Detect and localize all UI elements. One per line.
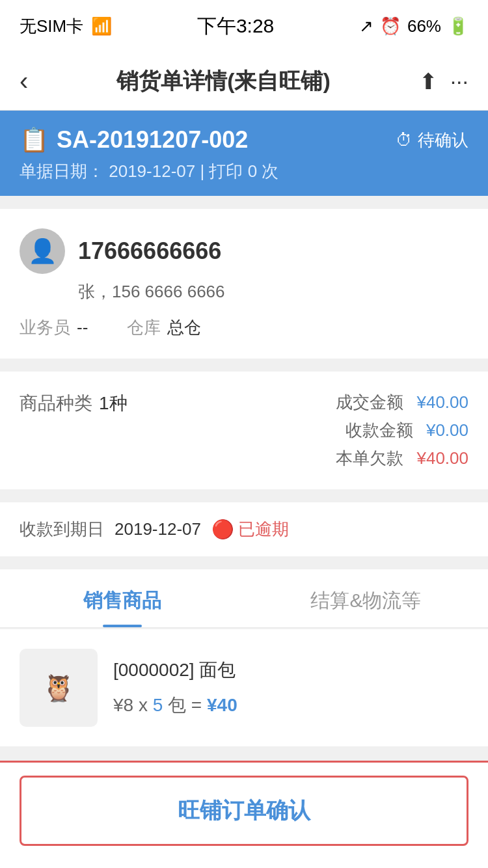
due-label: 收款到期日 bbox=[20, 518, 104, 541]
wifi-icon: 📶 bbox=[91, 16, 112, 36]
bottom-bar: 旺铺订单确认 bbox=[0, 761, 488, 868]
customer-section: 👤 17666666666 张，156 6666 6666 业务员 -- 仓库 … bbox=[0, 209, 488, 359]
unit-price: ¥8 bbox=[113, 695, 133, 715]
debt-amount-row: 本单欠款 ¥40.00 bbox=[336, 447, 468, 470]
product-thumb-icon: 🦉 bbox=[42, 673, 75, 703]
total-value: 40 bbox=[217, 695, 237, 715]
order-id-text: SA-20191207-002 bbox=[57, 126, 248, 154]
tab-sales-label: 销售商品 bbox=[83, 590, 161, 611]
warehouse-value: 总仓 bbox=[167, 316, 201, 339]
carrier-label: 无SIM卡 bbox=[20, 15, 83, 38]
page-title: 销货单详情(来自旺铺) bbox=[28, 66, 418, 96]
debt-value: ¥40.00 bbox=[416, 448, 468, 468]
deal-value: ¥40.00 bbox=[416, 392, 468, 413]
category-info: 商品种类 1种 bbox=[20, 391, 128, 416]
share-icon[interactable]: ⬆ bbox=[419, 68, 437, 94]
tab-settlement[interactable]: 结算&物流等 bbox=[244, 569, 488, 627]
battery-icon: 🔋 bbox=[448, 16, 468, 36]
receipt-label: 收款金额 bbox=[346, 419, 413, 442]
overdue-icon: 🔴 bbox=[211, 519, 234, 540]
sales-meta: 业务员 -- bbox=[20, 316, 88, 339]
receipt-value: ¥0.00 bbox=[426, 420, 468, 441]
multiply-sign: x bbox=[139, 695, 148, 715]
status-bar: 无SIM卡 📶 下午3:28 ↗ ⏰ 66% 🔋 bbox=[0, 0, 488, 52]
tab-sales-products[interactable]: 销售商品 bbox=[0, 569, 244, 627]
back-button[interactable]: ‹ bbox=[20, 66, 28, 96]
print-suffix: 次 bbox=[262, 161, 278, 181]
order-icon: 📋 bbox=[20, 126, 49, 154]
status-left: 无SIM卡 📶 bbox=[20, 15, 112, 38]
banner-top-row: 📋 SA-20191207-002 ⏱ 待确认 bbox=[20, 126, 468, 154]
warehouse-label: 仓库 bbox=[127, 316, 161, 339]
deal-label: 成交金额 bbox=[336, 391, 403, 414]
equals-sign: = bbox=[191, 695, 202, 715]
product-qty: 5 bbox=[153, 695, 163, 715]
product-info: [0000002] 面包 ¥8 x 5 包 = ¥40 bbox=[113, 658, 468, 718]
status-text: 待确认 bbox=[418, 129, 468, 152]
status-right: ↗ ⏰ 66% 🔋 bbox=[359, 16, 468, 36]
customer-phone: 17666666666 bbox=[78, 237, 221, 265]
product-title: 面包 bbox=[199, 660, 236, 680]
amount-info: 成交金额 ¥40.00 收款金额 ¥0.00 本单欠款 ¥40.00 bbox=[336, 391, 468, 470]
more-icon[interactable]: ··· bbox=[450, 68, 468, 94]
customer-meta: 业务员 -- 仓库 总仓 bbox=[20, 316, 468, 339]
confirm-order-button[interactable]: 旺铺订单确认 bbox=[20, 776, 468, 846]
status-time: 下午3:28 bbox=[197, 13, 274, 40]
product-name: [0000002] 面包 bbox=[113, 658, 468, 683]
category-label: 商品种类 bbox=[20, 391, 92, 416]
unit-label: 包 bbox=[168, 695, 186, 715]
due-date-section: 收款到期日 2019-12-07 🔴 已逾期 bbox=[0, 502, 488, 556]
alarm-icon: ⏰ bbox=[380, 16, 401, 36]
order-header-banner: 📋 SA-20191207-002 ⏱ 待确认 单据日期： 2019-12-07… bbox=[0, 111, 488, 196]
receipt-amount-row: 收款金额 ¥0.00 bbox=[336, 419, 468, 442]
customer-name: 张，156 6666 6666 bbox=[78, 280, 468, 303]
print-label: | 打印 bbox=[200, 161, 243, 181]
location-icon: ↗ bbox=[359, 16, 373, 36]
category-value: 1种 bbox=[99, 391, 128, 416]
product-thumbnail: 🦉 bbox=[20, 649, 98, 727]
product-total: ¥40 bbox=[207, 695, 237, 715]
customer-row: 👤 17666666666 bbox=[20, 228, 468, 274]
sales-value: -- bbox=[77, 318, 88, 338]
date-label: 单据日期： bbox=[20, 161, 104, 181]
nav-bar: ‹ 销货单详情(来自旺铺) ⬆ ··· bbox=[0, 52, 488, 111]
order-status: ⏱ 待确认 bbox=[396, 129, 468, 152]
due-date-value: 2019-12-07 bbox=[115, 519, 201, 539]
order-id: 📋 SA-20191207-002 bbox=[20, 126, 248, 154]
tab-settlement-label: 结算&物流等 bbox=[310, 590, 421, 611]
product-section: 🦉 [0000002] 面包 ¥8 x 5 包 = ¥40 bbox=[0, 629, 488, 746]
order-date-row: 单据日期： 2019-12-07 | 打印 0 次 bbox=[20, 160, 468, 183]
sales-label: 业务员 bbox=[20, 316, 70, 339]
avatar: 👤 bbox=[20, 228, 65, 274]
product-price: ¥8 x 5 包 = ¥40 bbox=[113, 693, 468, 718]
product-item: 🦉 [0000002] 面包 ¥8 x 5 包 = ¥40 bbox=[0, 629, 488, 746]
product-code: [0000002] bbox=[113, 660, 195, 680]
overdue-badge: 🔴 已逾期 bbox=[211, 518, 289, 541]
status-clock-icon: ⏱ bbox=[396, 130, 413, 150]
summary-section: 商品种类 1种 成交金额 ¥40.00 收款金额 ¥0.00 本单欠款 ¥40.… bbox=[0, 372, 488, 489]
warehouse-meta: 仓库 总仓 bbox=[127, 316, 201, 339]
tab-active-indicator bbox=[103, 625, 142, 627]
avatar-icon: 👤 bbox=[28, 237, 57, 265]
total-symbol: ¥ bbox=[207, 695, 217, 715]
deal-amount-row: 成交金额 ¥40.00 bbox=[336, 391, 468, 414]
tabs-bar: 销售商品 结算&物流等 bbox=[0, 569, 488, 628]
debt-label: 本单欠款 bbox=[336, 447, 403, 470]
print-count: 0 bbox=[248, 161, 257, 181]
nav-actions: ⬆ ··· bbox=[419, 68, 468, 94]
order-date: 2019-12-07 bbox=[109, 161, 195, 181]
overdue-text: 已逾期 bbox=[238, 518, 289, 541]
battery-label: 66% bbox=[407, 16, 441, 36]
